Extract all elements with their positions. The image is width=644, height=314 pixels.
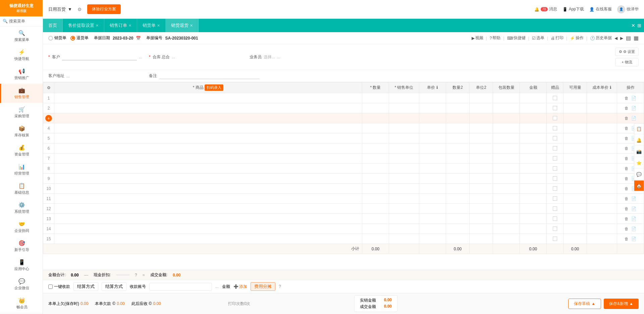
amount-cell[interactable] (520, 214, 547, 224)
gift-checkbox[interactable] (553, 176, 557, 181)
delete-icon[interactable]: 🗑 (625, 96, 629, 101)
product-cell[interactable] (54, 194, 362, 204)
available-cell[interactable] (564, 143, 587, 153)
qty-input[interactable] (364, 186, 387, 191)
qty-cell[interactable] (362, 204, 389, 214)
prev-btn[interactable]: ◀ (614, 36, 618, 41)
pack-qty-cell[interactable] (493, 224, 520, 234)
copy-icon[interactable]: 📄 (631, 96, 636, 101)
available-cell[interactable] (564, 214, 587, 224)
edge-bell-btn[interactable]: 🔔 (634, 135, 644, 145)
print-btn[interactable]: 🖨 打印 (551, 35, 564, 41)
qty2-cell[interactable] (446, 93, 470, 103)
gift-checkbox[interactable] (553, 216, 557, 221)
cost-price-cell[interactable] (587, 214, 617, 224)
qty2-cell[interactable] (446, 204, 470, 214)
qty-cell[interactable] (362, 174, 389, 184)
unit2-cell[interactable] (470, 214, 493, 224)
pack-qty-cell[interactable] (493, 153, 520, 164)
next-btn[interactable]: ▶ (620, 36, 623, 41)
qty-cell[interactable] (362, 113, 389, 123)
price-cell[interactable] (419, 184, 446, 194)
unit-cell[interactable] (389, 103, 419, 113)
amount-cell[interactable] (520, 224, 547, 234)
salesperson-select[interactable]: 选择... (264, 54, 275, 60)
product-input[interactable] (56, 186, 360, 191)
amount-cell[interactable] (520, 133, 547, 143)
qty-input[interactable] (364, 106, 387, 111)
available-cell[interactable] (564, 174, 587, 184)
qty-cell[interactable] (362, 133, 389, 143)
copy-icon[interactable]: 📄 (631, 227, 636, 231)
cost-price-cell[interactable] (587, 93, 617, 103)
price-cell[interactable] (419, 93, 446, 103)
qty-cell[interactable] (362, 103, 389, 113)
account-dots[interactable]: ... (215, 284, 219, 289)
daily-goods-selector[interactable]: 日用百货 ▼ (48, 6, 72, 12)
one-click-pay-checkbox[interactable] (48, 285, 53, 289)
product-cell[interactable] (54, 184, 362, 194)
scan-button[interactable]: 扫码录入 (205, 84, 223, 91)
product-input[interactable] (56, 116, 360, 121)
product-input[interactable] (56, 106, 360, 111)
product-input[interactable] (56, 216, 360, 221)
pack-qty-cell[interactable] (493, 204, 520, 214)
unit2-cell[interactable] (470, 194, 493, 204)
product-cell[interactable] (54, 123, 362, 133)
unit2-cell[interactable] (470, 234, 493, 244)
customer-dots[interactable]: ... (139, 55, 142, 59)
qty2-cell[interactable] (446, 174, 470, 184)
sidebar-item-basic[interactable]: 📋基础信息 (0, 179, 43, 198)
add-payment-btn[interactable]: ➕ 添加 (233, 284, 247, 290)
unit2-cell[interactable] (470, 133, 493, 143)
qty-input[interactable] (364, 176, 387, 181)
delete-icon[interactable]: 🗑 (625, 186, 629, 191)
available-cell[interactable] (564, 103, 587, 113)
qty2-cell[interactable] (446, 224, 470, 234)
unit2-cell[interactable] (470, 123, 493, 133)
fee-split-btn[interactable]: 费用分摊 (251, 282, 275, 291)
radio-sales[interactable]: 销货单 (48, 35, 66, 41)
gift-checkbox[interactable] (553, 206, 557, 211)
gift-cell[interactable] (547, 153, 564, 164)
product-input[interactable] (56, 166, 360, 171)
amount-cell[interactable] (520, 234, 547, 244)
tab-sales[interactable]: 销货单 ✕ (137, 19, 166, 32)
qty2-cell[interactable] (446, 234, 470, 244)
unit-cell[interactable] (389, 164, 419, 174)
unit-cell[interactable] (389, 153, 419, 164)
gift-checkbox[interactable] (553, 136, 557, 140)
price-cell[interactable] (419, 143, 446, 153)
product-cell[interactable] (54, 113, 362, 123)
qty-input[interactable] (364, 156, 387, 161)
radio-return[interactable]: 退货单 (70, 35, 89, 41)
one-click-pay-check[interactable]: 一键收款 (48, 284, 70, 290)
edge-chat-btn[interactable]: 💬 (634, 169, 644, 180)
available-cell[interactable] (564, 224, 587, 234)
list-view-btn[interactable]: ▦ (634, 35, 639, 41)
product-input[interactable] (56, 176, 360, 181)
tab-sales-return[interactable]: 销货退货 ✕ (166, 19, 199, 32)
sidebar-item-wechat[interactable]: 💬企业微信 (0, 275, 43, 294)
amount-cell[interactable] (520, 143, 547, 153)
cost-price-cell[interactable] (587, 153, 617, 164)
grid-view-btn[interactable]: ▤ (626, 35, 631, 41)
search-menu[interactable]: 🔍 搜索菜单 (0, 16, 43, 26)
price-cell[interactable] (419, 234, 446, 244)
experience-button[interactable]: 体验行业方案 (87, 4, 121, 14)
gift-cell[interactable] (547, 133, 564, 143)
qty2-cell[interactable] (446, 103, 470, 113)
product-cell[interactable] (54, 204, 362, 214)
settings-icon[interactable]: ⚙ (77, 7, 82, 12)
sidebar-item-system[interactable]: ⚙️系统管理 (0, 198, 43, 217)
gift-cell[interactable] (547, 123, 564, 133)
gift-checkbox[interactable] (553, 237, 557, 241)
unit2-cell[interactable] (470, 113, 493, 123)
pack-qty-cell[interactable] (493, 113, 520, 123)
sidebar-item-appstore[interactable]: 📱应用中心 (0, 256, 43, 275)
gift-cell[interactable] (547, 184, 564, 194)
qty-input[interactable] (364, 237, 387, 241)
cost-price-cell[interactable] (587, 184, 617, 194)
qty2-cell[interactable] (446, 164, 470, 174)
pack-qty-cell[interactable] (493, 133, 520, 143)
